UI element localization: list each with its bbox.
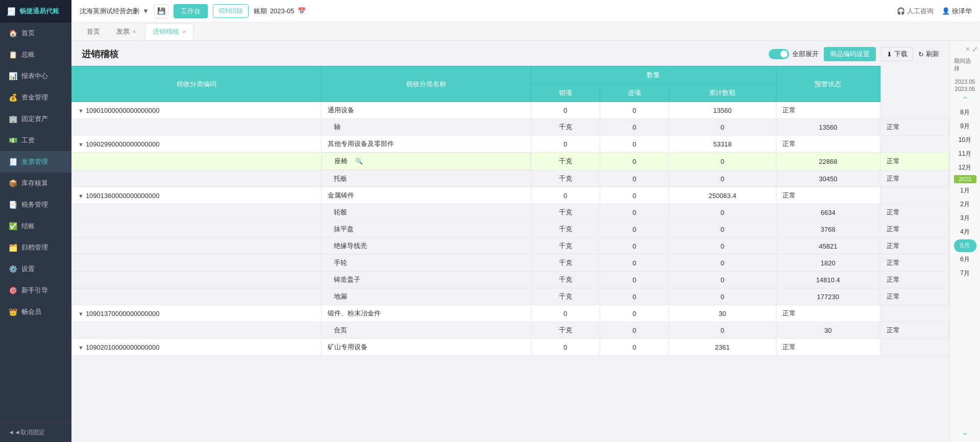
invoice-icon: 🧾 — [8, 158, 17, 166]
download-button[interactable]: ⬇ 下载 — [881, 47, 913, 61]
month-item[interactable]: 11月 — [954, 148, 976, 160]
cell-purchases: 0 — [669, 119, 776, 136]
table-row[interactable]: 抹平盘 千克 0 0 3768 正常 — [72, 221, 949, 238]
company-name: 沈海英测试经营勿删 — [80, 7, 139, 16]
unpin-label: ◄◄取消固定 — [8, 428, 45, 437]
cell-code — [72, 255, 322, 272]
workbench-button[interactable]: 工作台 — [174, 4, 208, 18]
period-down-arrow[interactable]: ⌄ — [961, 426, 969, 438]
tab-invoice-close[interactable]: × — [133, 29, 136, 35]
table-row[interactable]: ▼10901000000000000000 通用设备 0 0 13560 正常 — [72, 102, 949, 119]
tab-reconcile-close[interactable]: × — [182, 29, 185, 35]
tab-invoice[interactable]: 发票 × — [109, 24, 143, 39]
table-row[interactable]: ▼10902010000000000000 矿山专用设备 0 0 2361 正常 — [72, 339, 949, 356]
table-row[interactable]: 地漏 千克 0 0 177230 正常 — [72, 288, 949, 305]
month-item[interactable]: 12月 — [954, 161, 976, 174]
sidebar-item-tax[interactable]: 📑 税务管理 — [0, 194, 71, 215]
company-selector[interactable]: 沈海英测试经营勿删 ▼ — [80, 7, 149, 16]
table-row[interactable]: 合页 千克 0 0 30 正常 — [72, 322, 949, 339]
cell-total: 250083.4 — [669, 187, 776, 204]
cell-status: 正常 — [880, 153, 949, 170]
sidebar-item-inventory[interactable]: 📦 库存核算 — [0, 173, 71, 194]
sidebar-item-home[interactable]: 🏠 首页 — [0, 22, 71, 44]
month-item[interactable]: 5月 — [954, 239, 976, 252]
table-row[interactable]: 绝缘导线壳 千克 0 0 45821 正常 — [72, 238, 949, 255]
month-item[interactable]: 3月 — [954, 212, 976, 225]
cell-purchases: 0 — [600, 187, 669, 204]
cell-code — [72, 221, 322, 238]
table-row[interactable]: 轴 千克 0 0 13560 正常 — [72, 119, 949, 136]
expand-switch[interactable] — [769, 49, 789, 59]
month-item[interactable]: 7月 — [954, 267, 976, 280]
cell-unit: 千克 — [531, 221, 600, 238]
sidebar-item-reports[interactable]: 📊 报表中心 — [0, 65, 71, 87]
ledger-icon: 📋 — [8, 51, 17, 59]
month-item[interactable]: 10月 — [954, 134, 976, 146]
month-item[interactable]: 2月 — [954, 198, 976, 211]
sidebar-label-settings: 设置 — [21, 264, 35, 274]
cell-sales: 0 — [600, 322, 669, 339]
calendar-icon: 📅 — [298, 7, 306, 15]
period-up-arrow[interactable]: ⌃ — [961, 94, 969, 106]
month-item[interactable]: 2023 — [954, 175, 976, 183]
table-row[interactable]: 手轮 千克 0 0 1820 正常 — [72, 255, 949, 272]
collapse-icon: ▼ — [78, 141, 84, 148]
download-icon: ⬇ — [887, 51, 892, 58]
table-row[interactable]: ▼10901370000000000000 锻件、粉末冶金件 0 0 30 正常 — [72, 305, 949, 322]
cell-code: ▼10901000000000000000 — [72, 102, 322, 119]
cell-code — [72, 238, 322, 255]
topbar: 沈海英测试经营勿删 ▼ 💾 工作台 切到旧版 账期 2023-05 📅 🎧 人工… — [71, 0, 980, 22]
cell-total: 3768 — [776, 221, 880, 238]
month-item[interactable]: 4月 — [954, 226, 976, 238]
sidebar-item-settings[interactable]: ⚙️ 设置 — [0, 258, 71, 280]
panel-close-button[interactable]: × — [966, 45, 970, 53]
col-status: 预警状态 — [776, 66, 880, 102]
product-code-button[interactable]: 商品编码设置 — [824, 47, 876, 61]
month-item[interactable]: 1月 — [954, 184, 976, 197]
sidebar-item-ledger[interactable]: 📋 总账 — [0, 44, 71, 65]
save-button[interactable]: 💾 — [154, 4, 168, 18]
settings-icon: ⚙️ — [8, 265, 17, 273]
headset-icon: 🎧 — [897, 7, 905, 15]
sidebar-item-funds[interactable]: 💰 资金管理 — [0, 87, 71, 108]
sidebar-item-member[interactable]: 👑 畅会员 — [0, 301, 71, 323]
sidebar-label-inventory: 库存核算 — [21, 179, 48, 188]
table-row[interactable]: 铸造盖子 千克 0 0 14810.4 正常 — [72, 272, 949, 288]
unpin-button[interactable]: ◄◄取消固定 — [0, 423, 71, 442]
table-row[interactable]: ▼10901360000000000000 金属铸件 0 0 250083.4 … — [72, 187, 949, 204]
sidebar-label-archive: 归档管理 — [21, 243, 48, 252]
main-area: 沈海英测试经营勿删 ▼ 💾 工作台 切到旧版 账期 2023-05 📅 🎧 人工… — [71, 0, 980, 442]
tab-home[interactable]: 首页 — [80, 24, 107, 39]
support-button[interactable]: 🎧 人工咨询 — [897, 7, 934, 16]
switch-version-button[interactable]: 切到旧版 — [213, 4, 249, 18]
sidebar-item-invoice[interactable]: 🧾 发票管理 — [0, 151, 71, 173]
content-actions: 全部展开 商品编码设置 ⬇ 下载 ↻ 刷新 — [769, 47, 939, 61]
sidebar-item-assets[interactable]: 🏢 固定资产 — [0, 108, 71, 130]
sidebar-item-wages[interactable]: 💵 工资 — [0, 130, 71, 151]
sidebar-item-settlement[interactable]: ✅ 结账 — [0, 215, 71, 237]
cell-name: 矿山专用设备 — [321, 339, 531, 356]
app-logo: 🧾 畅捷通易代账 — [0, 0, 71, 22]
table-row[interactable]: 轮毂 千克 0 0 6634 正常 — [72, 204, 949, 221]
cell-code: ▼10901360000000000000 — [72, 187, 322, 204]
tab-reconcile[interactable]: 进销稽核 × — [145, 23, 193, 40]
panel-expand-button[interactable]: ⤢ — [972, 45, 978, 55]
sidebar-item-archive[interactable]: 🗂️ 归档管理 — [0, 237, 71, 258]
expand-toggle[interactable]: 全部展开 — [769, 49, 819, 59]
user-menu[interactable]: 👤 徐泽华 — [942, 7, 972, 16]
search-icon[interactable]: 🔍 — [355, 158, 363, 165]
month-item[interactable]: 9月 — [954, 120, 976, 133]
table-row[interactable]: ▼10902990000000000000 其他专用设备及零部件 0 0 533… — [72, 136, 949, 153]
col-tax-code: 税收分类编码 — [72, 66, 322, 102]
table-row[interactable]: 座椅 🔍 千克 0 0 22868 正常 — [72, 153, 949, 170]
sidebar-item-guide[interactable]: 🎯 新手引导 — [0, 280, 71, 301]
content-main: 进销稽核 全部展开 商品编码设置 ⬇ 下载 ↻ 刷新 — [71, 41, 980, 442]
month-item[interactable]: 8月 — [954, 106, 976, 119]
refresh-button[interactable]: ↻ 刷新 — [918, 50, 939, 59]
collapse-icon: ▼ — [78, 345, 84, 351]
cell-total: 14810.4 — [776, 272, 880, 288]
period-selector[interactable]: 账期 2023-05 📅 — [254, 7, 306, 16]
table-row[interactable]: 托板 千克 0 0 30450 正常 — [72, 170, 949, 187]
month-item[interactable]: 6月 — [954, 253, 976, 266]
cell-purchases: 0 — [669, 221, 776, 238]
